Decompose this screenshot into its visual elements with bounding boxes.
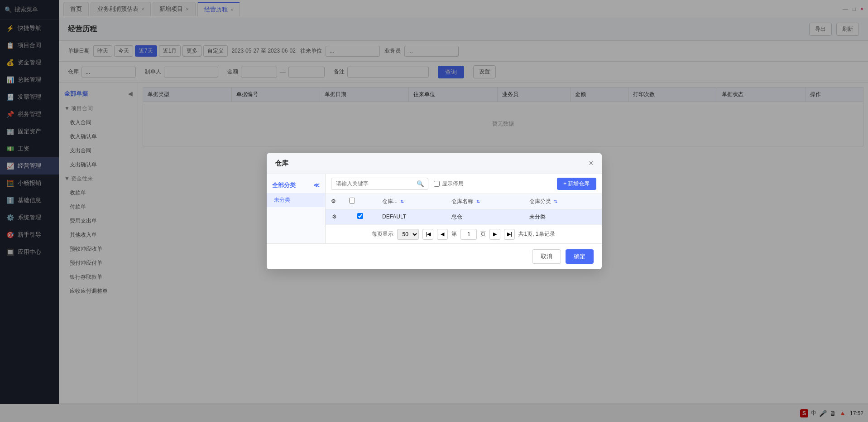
modal-pagination: 每页显示 50 |◀ ◀ 第 页 ▶ ▶| 共1页, 1条记录 bbox=[326, 225, 602, 243]
add-warehouse-button[interactable]: + 新增仓库 bbox=[557, 178, 596, 190]
modal-table-code-col: 仓库... ⇅ bbox=[377, 194, 446, 209]
show-disabled-checkbox[interactable] bbox=[434, 181, 440, 187]
modal-table-category-col: 仓库分类 ⇅ bbox=[524, 194, 602, 209]
modal-search-box: 🔍 bbox=[331, 178, 428, 190]
modal-per-page-select[interactable]: 50 bbox=[397, 229, 419, 240]
row-checkbox-1[interactable] bbox=[357, 213, 363, 219]
modal-select-all-checkbox[interactable] bbox=[349, 198, 355, 204]
confirm-button[interactable]: 确定 bbox=[566, 249, 594, 264]
row-gear-1[interactable]: ⚙ bbox=[326, 209, 344, 224]
modal-sidebar-item-unclassified[interactable]: 未分类 bbox=[267, 193, 325, 207]
warehouse-modal: 仓库 × 全部分类 ≪ 未分类 🔍 bbox=[267, 153, 602, 269]
modal-overlay: 仓库 × 全部分类 ≪ 未分类 🔍 bbox=[0, 0, 868, 422]
modal-next-page-btn[interactable]: ▶ bbox=[489, 229, 500, 240]
modal-total-text: 共1页, 1条记录 bbox=[518, 230, 555, 238]
modal-header: 仓库 × bbox=[267, 153, 602, 174]
code-sort-icon[interactable]: ⇅ bbox=[400, 199, 404, 204]
modal-table-row[interactable]: ⚙ DEFAULT 总仓 未分类 bbox=[326, 209, 602, 224]
modal-body: 全部分类 ≪ 未分类 🔍 显示停用 bbox=[267, 174, 602, 243]
modal-prev-page-btn[interactable]: ◀ bbox=[437, 229, 448, 240]
modal-last-page-btn[interactable]: ▶| bbox=[504, 229, 515, 240]
modal-page-first-label: 第 bbox=[451, 230, 457, 238]
modal-close-button[interactable]: × bbox=[589, 159, 594, 168]
row-name-1: 总仓 bbox=[446, 209, 524, 224]
modal-first-page-btn[interactable]: |◀ bbox=[422, 229, 433, 240]
modal-sidebar: 全部分类 ≪ 未分类 bbox=[267, 174, 326, 243]
modal-sidebar-header[interactable]: 全部分类 ≪ bbox=[267, 178, 325, 193]
modal-table-wrapper: ⚙ 仓库... ⇅ 仓库名称 ⇅ bbox=[326, 194, 602, 225]
modal-actions: 取消 确定 bbox=[267, 243, 602, 269]
row-check-1[interactable] bbox=[344, 209, 377, 224]
modal-per-page-label: 每页显示 bbox=[372, 230, 393, 238]
row-category-1: 未分类 bbox=[524, 209, 602, 224]
modal-table-gear-col[interactable]: ⚙ bbox=[326, 194, 344, 209]
modal-page-label: 页 bbox=[480, 230, 486, 238]
cancel-button[interactable]: 取消 bbox=[532, 249, 561, 264]
modal-search-button[interactable]: 🔍 bbox=[413, 178, 428, 189]
modal-all-category-label: 全部分类 bbox=[272, 181, 296, 189]
show-disabled-label: 显示停用 bbox=[434, 180, 464, 188]
modal-sidebar-collapse-icon[interactable]: ≪ bbox=[313, 182, 320, 189]
name-sort-icon[interactable]: ⇅ bbox=[476, 199, 480, 204]
modal-title: 仓库 bbox=[275, 159, 288, 168]
modal-page-input[interactable] bbox=[460, 229, 477, 240]
row-code-1: DEFAULT bbox=[377, 209, 446, 224]
category-sort-icon[interactable]: ⇅ bbox=[554, 199, 557, 204]
modal-toolbar: 🔍 显示停用 + 新增仓库 bbox=[326, 174, 602, 194]
modal-table-check-col bbox=[344, 194, 377, 209]
modal-warehouse-table: ⚙ 仓库... ⇅ 仓库名称 ⇅ bbox=[326, 194, 602, 225]
modal-search-input[interactable] bbox=[331, 178, 413, 189]
modal-content: 🔍 显示停用 + 新增仓库 ⚙ bbox=[326, 174, 602, 243]
modal-table-name-col: 仓库名称 ⇅ bbox=[446, 194, 524, 209]
